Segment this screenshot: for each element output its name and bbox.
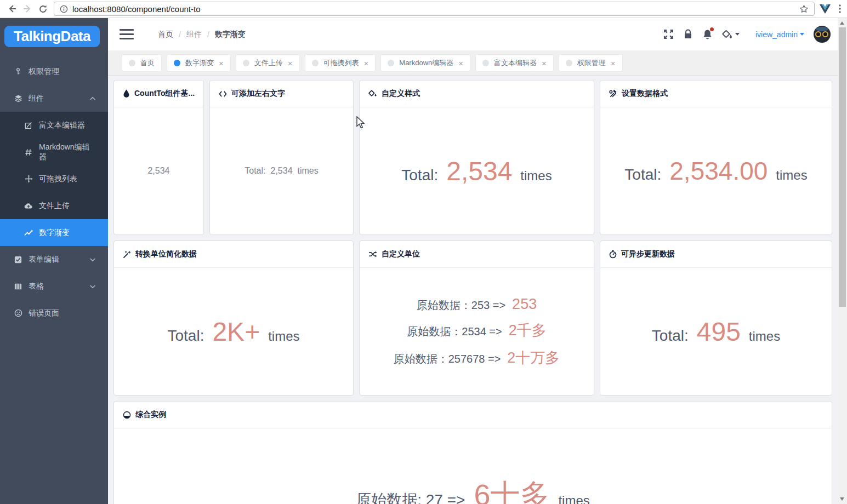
count-suffix: times	[558, 493, 589, 504]
sidebar-item-draggable-list[interactable]: 可拖拽列表	[0, 165, 108, 192]
edit-icon	[24, 122, 33, 129]
bookmark-star-icon[interactable]	[799, 4, 809, 14]
tab-permission[interactable]: 权限管理 ×	[559, 54, 623, 72]
sidebar-item-rich-editor[interactable]: 富文本编辑器	[0, 112, 108, 139]
address-bar[interactable]: localhost:8080/component/count-to	[54, 2, 815, 16]
card-countto-basic: CountTo组件基... 2,534	[113, 80, 204, 235]
tab-rich-editor[interactable]: 富文本编辑器 ×	[475, 54, 554, 72]
sidebar-item-label: 错误页面	[29, 308, 59, 318]
avatar[interactable]	[814, 26, 831, 43]
theme-bucket-icon[interactable]	[722, 30, 740, 39]
converted-value: 6十多	[474, 476, 549, 504]
tab-draggable-list[interactable]: 可拖拽列表 ×	[305, 54, 376, 72]
sad-face-icon	[14, 309, 22, 317]
scrollbar-thumb[interactable]	[839, 27, 846, 307]
sidebar-item-form-editor[interactable]: 表单编辑	[0, 246, 108, 273]
count-suffix: times	[776, 168, 807, 183]
tab-label: 可拖拽列表	[323, 58, 359, 68]
card-custom-style: 自定义样式 Total: 2,534 times	[359, 80, 594, 235]
layers-icon	[14, 94, 22, 102]
browser-menu-icon[interactable]	[839, 4, 841, 13]
open-tabs-bar: 首页 数字渐变 × 文件上传 × 可拖拽列表 × Markdown编辑器 ×	[108, 50, 838, 76]
card-title: 设置数据格式	[622, 89, 668, 99]
username-text: iview_admin	[755, 30, 798, 39]
app-header: 首页 / 组件 / 数字渐变	[108, 18, 838, 50]
sidebar-item-error-pages[interactable]: 错误页面	[0, 300, 108, 327]
sidebar-item-label: 组件	[29, 94, 44, 104]
card-combined-example: 综合实例 原始数据: 27 => 6十多 times	[113, 401, 832, 504]
cloud-upload-icon	[24, 202, 33, 209]
sidebar-item-table[interactable]: 表格	[0, 273, 108, 300]
scroll-up-icon[interactable]	[840, 21, 844, 25]
count-value: 2,534	[446, 156, 512, 186]
sidebar-item-file-upload[interactable]: 文件上传	[0, 192, 108, 219]
card-data-format: 设置数据格式 Total: 2,534.00 times	[600, 80, 832, 235]
sidebar-item-label: 表单编辑	[29, 255, 59, 265]
unit-example-row: 原始数据：2534 => 2千多	[407, 320, 546, 340]
sidebar-item-markdown[interactable]: Markdown编辑器	[0, 139, 108, 165]
trending-up-icon	[24, 230, 33, 236]
sidebar: TalkingData 权限管理 组件	[0, 18, 108, 504]
card-title: 转换单位简化数据	[135, 249, 197, 259]
user-menu[interactable]: iview_admin	[755, 30, 804, 39]
sidebar-item-label: Markdown编辑器	[39, 142, 96, 162]
notification-bell-icon[interactable]	[702, 29, 713, 40]
converted-value: 2千多	[509, 320, 547, 340]
sidebar-item-components[interactable]: 组件	[0, 85, 108, 112]
hamburger-menu-icon[interactable]	[120, 29, 134, 39]
paint-bucket-icon	[368, 90, 377, 98]
close-icon[interactable]: ×	[611, 59, 616, 67]
close-icon[interactable]: ×	[219, 59, 224, 67]
card-async-update: 可异步更新数据 Total: 495 times	[600, 240, 832, 396]
close-icon[interactable]: ×	[288, 59, 293, 67]
forward-icon[interactable]	[20, 1, 35, 16]
tab-label: 文件上传	[254, 58, 283, 68]
fullscreen-icon[interactable]	[663, 29, 674, 39]
unit-example-row: 原始数据：253 => 253	[417, 296, 537, 313]
key-icon	[14, 67, 22, 76]
card-custom-unit: 自定义单位 原始数据：253 => 253 原始数据：2534 => 2千多	[359, 240, 594, 396]
close-icon[interactable]: ×	[542, 59, 547, 67]
breadcrumb-components[interactable]: 组件	[186, 30, 202, 39]
scroll-down-icon[interactable]	[840, 497, 844, 501]
reload-icon[interactable]	[35, 1, 50, 16]
tab-markdown[interactable]: Markdown编辑器 ×	[380, 54, 470, 72]
app-logo[interactable]: TalkingData	[4, 26, 100, 47]
notification-dot	[710, 27, 714, 31]
code-icon	[219, 90, 227, 98]
count-value: 2,534	[147, 166, 169, 176]
tab-home[interactable]: 首页	[122, 54, 162, 72]
sidebar-item-label: 表格	[29, 282, 44, 291]
tab-count-to[interactable]: 数字渐变 ×	[167, 54, 231, 72]
tools-icon	[609, 90, 617, 98]
count-label: Total:	[401, 167, 438, 184]
count-value: 2,534.00	[669, 156, 768, 186]
lock-icon[interactable]	[683, 29, 693, 39]
raw-data-label: 原始数据: 27 =>	[356, 490, 465, 504]
chevron-up-icon	[89, 96, 96, 101]
raw-data-label: 原始数据：257678 =>	[394, 352, 501, 366]
close-icon[interactable]: ×	[364, 59, 369, 67]
move-icon	[24, 175, 33, 183]
count-suffix: times	[268, 329, 299, 344]
page-info-icon[interactable]	[60, 5, 68, 13]
back-icon[interactable]	[4, 1, 20, 16]
url-text[interactable]: localhost:8080/component/count-to	[72, 4, 799, 14]
count-suffix: times	[520, 168, 552, 184]
page-content: CountTo组件基... 2,534 可添加左右文字	[108, 76, 838, 504]
tab-file-upload[interactable]: 文件上传 ×	[236, 54, 300, 72]
breadcrumb-home[interactable]: 首页	[158, 30, 173, 39]
browser-toolbar: localhost:8080/component/count-to	[0, 0, 847, 18]
tab-label: 数字渐变	[185, 58, 214, 68]
count-suffix: times	[298, 166, 319, 176]
window-scrollbar[interactable]	[838, 18, 847, 504]
card-simplify-unit: 转换单位简化数据 Total: 2K+ times	[113, 240, 354, 396]
vue-devtools-icon[interactable]	[819, 4, 831, 14]
sidebar-item-count-to[interactable]: 数字渐变	[0, 219, 108, 246]
sidebar-item-label: 数字渐变	[39, 228, 70, 238]
close-icon[interactable]: ×	[458, 59, 463, 67]
card-title: 可异步更新数据	[621, 249, 675, 259]
sidebar-item-permission[interactable]: 权限管理	[0, 58, 108, 85]
card-title: CountTo组件基...	[134, 89, 195, 99]
sidebar-menu: 权限管理 组件 富文本编辑器	[0, 58, 108, 327]
